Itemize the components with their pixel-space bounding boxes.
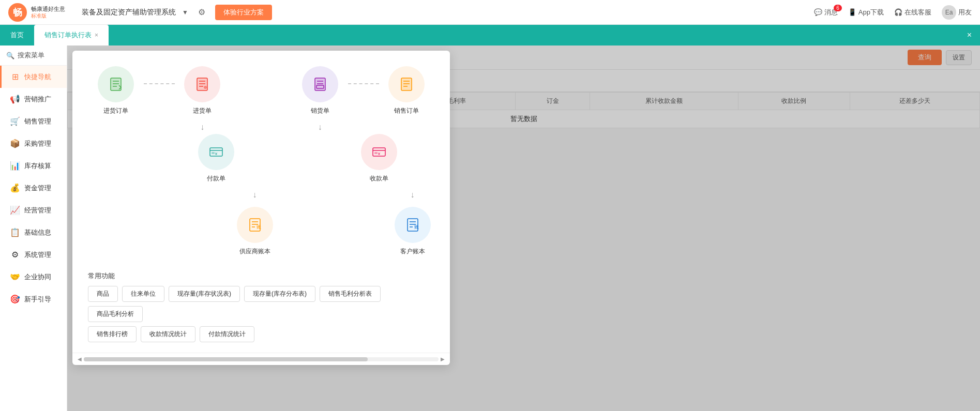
flow-circle-purchase-bill <box>184 66 220 102</box>
flow-item-supplier-account[interactable]: 账 供应商账本 <box>233 207 277 256</box>
logo-text: 畅康通好生意 标准版 <box>31 5 65 19</box>
operations-label: 经营管理 <box>24 206 51 215</box>
func-btn-contacts[interactable]: 往来单位 <box>122 286 164 302</box>
finance-label: 资金管理 <box>24 184 51 193</box>
flow-item-customer-account[interactable]: 账 客户账本 <box>390 207 434 256</box>
finance-icon: 💰 <box>10 183 20 193</box>
purchase-icon: 📦 <box>10 139 20 148</box>
message-icon: 💬 <box>814 8 822 16</box>
online-service-button[interactable]: 🎧 在线客服 <box>894 8 931 17</box>
main-layout: 🔍 搜索菜单 ⊞ 快捷导航 📢 营销推广 🛒 销售管理 📦 采购管理 📊 库存核… <box>0 45 980 411</box>
popup-scrollbar: ◀ ▶ <box>72 353 450 365</box>
home-tab-label: 首页 <box>10 31 24 40</box>
flow-circle-sale-bill <box>302 66 338 102</box>
sidebar-item-sales[interactable]: 🛒 销售管理 <box>0 110 67 132</box>
func-btn-stock-dist[interactable]: 现存量(库存分布表) <box>244 286 315 302</box>
purchase-label: 采购管理 <box>24 139 51 148</box>
flow-circle-customer: 账 <box>395 207 431 243</box>
flow-item-sale-bill[interactable]: 销货单 <box>292 66 348 115</box>
flow-item-purchase-bill[interactable]: 进货单 <box>175 66 231 115</box>
svg-text:¥: ¥ <box>377 151 380 156</box>
guide-label: 新手引导 <box>24 295 51 304</box>
sidebar-item-enterprise[interactable]: 🤝 企业协同 <box>0 266 67 288</box>
sidebar-item-system[interactable]: ⚙ 系统管理 <box>0 243 67 266</box>
sidebar-item-basic-info[interactable]: 📋 基础信息 <box>0 221 67 243</box>
settings-icon-button[interactable]: ⚙ <box>194 5 209 20</box>
avatar-circle: Ea <box>942 5 956 20</box>
user-avatar[interactable]: Ea 用友 <box>942 5 972 20</box>
close-tab-button[interactable]: × <box>95 32 98 39</box>
sidebar-item-operations[interactable]: 📈 经营管理 <box>0 199 67 221</box>
flow-row-2: ¥ 付款单 <box>88 134 434 183</box>
experience-button[interactable]: 体验行业方案 <box>215 5 272 20</box>
sidebar-item-marketing[interactable]: 📢 营销推广 <box>0 88 67 110</box>
scrollbar-track[interactable] <box>84 357 439 361</box>
headset-icon: 🎧 <box>894 8 902 16</box>
quick-nav-label: 快捷导航 <box>24 72 51 82</box>
message-button[interactable]: 💬 消息 6 <box>814 8 838 17</box>
nav-tabs: 首页 销售订单执行表 × × <box>0 25 980 45</box>
marketing-label: 营销推广 <box>24 95 51 104</box>
sidebar-item-inventory[interactable]: 📊 库存核算 <box>0 155 67 177</box>
flow-label-receipt: 收款单 <box>370 174 388 183</box>
func-btn-sales-ranking[interactable]: 销售排行榜 <box>88 326 137 342</box>
sidebar-item-guide[interactable]: 🎯 新手引导 <box>0 288 67 310</box>
online-service-label: 在线客服 <box>904 8 931 17</box>
system-title: 装备及固定资产辅助管理系统 <box>82 8 176 17</box>
func-btn-goods[interactable]: 商品 <box>88 286 118 302</box>
flow-popup: 进货订单 <box>72 51 450 365</box>
flow-circle-payment: ¥ <box>198 134 234 170</box>
flow-label-customer: 客户账本 <box>400 247 425 256</box>
flow-item-purchase-order[interactable]: 进货订单 <box>88 66 144 115</box>
flow-circle-sale-order <box>388 66 425 102</box>
func-buttons-row-1: 商品 往来单位 现存量(库存状况表) 现存量(库存分布表) 销售毛利分析表 商品… <box>88 286 434 322</box>
flow-label-payment: 付款单 <box>207 174 225 183</box>
sidebar-item-quick-nav[interactable]: ⊞ 快捷导航 <box>0 66 67 88</box>
func-btn-receipt-stats[interactable]: 收款情况统计 <box>141 326 195 342</box>
scrollbar-thumb <box>84 357 368 361</box>
system-label: 系统管理 <box>24 250 51 260</box>
popup-overlay[interactable]: 进货订单 <box>67 45 980 411</box>
system-dropdown-button[interactable]: ▼ <box>182 9 188 16</box>
flow-item-payment[interactable]: ¥ 付款单 <box>191 134 240 183</box>
flow-item-sale-order[interactable]: 销售订单 <box>379 66 435 115</box>
sidebar-item-finance[interactable]: 💰 资金管理 <box>0 177 67 199</box>
svg-text:账: 账 <box>414 224 419 230</box>
flow-item-receipt[interactable]: ¥ 收款单 <box>354 134 403 183</box>
app-download-button[interactable]: 📱 App下载 <box>848 8 884 17</box>
scroll-left-button[interactable]: ◀ <box>78 356 82 362</box>
close-all-button[interactable]: × <box>967 31 972 40</box>
flow-label-supplier: 供应商账本 <box>239 247 270 256</box>
svg-rect-16 <box>401 78 412 90</box>
arrow-h-2 <box>348 83 379 84</box>
flow-label-sale-bill: 销货单 <box>311 106 329 115</box>
logo-icon: 畅 <box>8 3 27 22</box>
func-btn-goods-margin[interactable]: 商品毛利分析 <box>88 306 143 322</box>
down-arrow-receipt: ↓ <box>390 190 434 200</box>
marketing-icon: 📢 <box>10 94 20 104</box>
basic-info-label: 基础信息 <box>24 228 51 237</box>
down-arrow-purchase: ↓ <box>175 123 231 132</box>
common-functions-title: 常用功能 <box>88 271 434 281</box>
func-btn-stock-status[interactable]: 现存量(库存状况表) <box>169 286 240 302</box>
flow-circle-purchase-order <box>98 66 134 102</box>
operations-icon: 📈 <box>10 205 20 215</box>
flow-row-1: 进货订单 <box>88 66 434 115</box>
func-btn-payment-stats[interactable]: 付款情况统计 <box>200 326 254 342</box>
tab-home[interactable]: 首页 <box>0 25 34 45</box>
phone-icon: 📱 <box>848 8 856 16</box>
logo-main-text: 畅康通好生意 <box>31 5 65 12</box>
inventory-label: 库存核算 <box>24 161 51 171</box>
header-center: 装备及固定资产辅助管理系统 ▼ ⚙ 体验行业方案 <box>76 5 814 20</box>
svg-text:账: 账 <box>257 224 261 230</box>
sidebar-item-purchase[interactable]: 📦 采购管理 <box>0 132 67 155</box>
tab-sales-order[interactable]: 销售订单执行表 × <box>34 25 109 45</box>
popup-content: 进货订单 <box>72 51 450 353</box>
scroll-right-button[interactable]: ▶ <box>441 356 445 362</box>
flow-circle-supplier: 账 <box>237 207 273 243</box>
flow-label-sale-order: 销售订单 <box>394 106 419 115</box>
down-arrow-payment: ↓ <box>233 190 277 200</box>
func-btn-sales-margin[interactable]: 销售毛利分析表 <box>320 286 381 302</box>
active-tab-label: 销售订单执行表 <box>44 31 92 40</box>
search-menu-item[interactable]: 🔍 搜索菜单 <box>0 45 67 66</box>
